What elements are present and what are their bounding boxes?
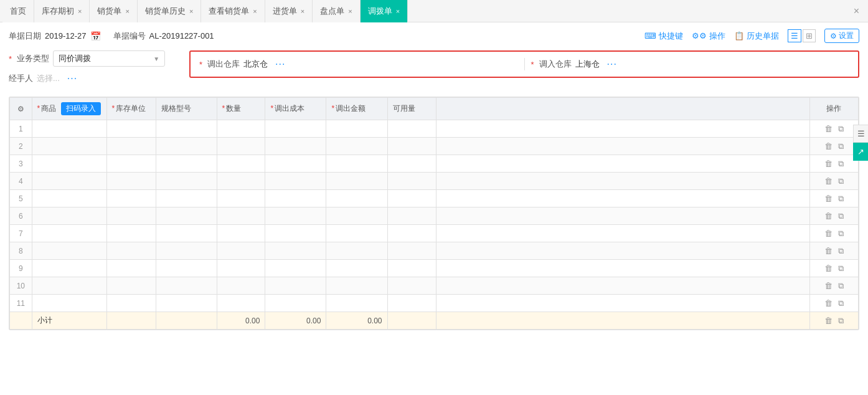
close-tab-transfer[interactable]: × xyxy=(396,7,400,15)
delete-row-btn[interactable]: 🗑 xyxy=(824,194,833,203)
cost-cell[interactable] xyxy=(265,207,326,225)
amount-cell[interactable] xyxy=(326,242,387,260)
close-tab-view-sales[interactable]: × xyxy=(253,7,257,15)
business-type-select[interactable]: 同价调拨 ▼ xyxy=(53,50,165,67)
delete-row-btn[interactable]: 🗑 xyxy=(824,141,833,151)
product-cell[interactable] xyxy=(32,173,106,190)
spec-cell[interactable] xyxy=(156,260,217,277)
spec-cell[interactable] xyxy=(156,138,217,155)
cost-cell[interactable] xyxy=(265,260,326,277)
qty-cell[interactable] xyxy=(217,295,265,312)
cost-cell[interactable] xyxy=(265,190,326,207)
spec-cell[interactable] xyxy=(156,155,217,173)
delete-row-btn[interactable]: 🗑 xyxy=(824,298,833,308)
available-cell[interactable] xyxy=(387,260,436,277)
available-cell[interactable] xyxy=(387,277,436,295)
amount-cell[interactable] xyxy=(326,260,387,277)
amount-cell[interactable] xyxy=(326,225,387,242)
delete-row-btn[interactable]: 🗑 xyxy=(824,159,833,168)
scan-barcode-btn[interactable]: 扫码录入 xyxy=(61,102,101,115)
operations-btn[interactable]: ⚙⚙ 操作 xyxy=(692,31,725,42)
delete-row-btn[interactable]: 🗑 xyxy=(824,264,833,273)
spec-cell[interactable] xyxy=(156,120,217,138)
spec-cell[interactable] xyxy=(156,207,217,225)
cost-cell[interactable] xyxy=(265,295,326,312)
unit-cell[interactable] xyxy=(106,277,156,295)
delete-row-btn[interactable]: 🗑 xyxy=(824,281,833,290)
amount-cell[interactable] xyxy=(326,155,387,173)
product-cell[interactable] xyxy=(32,295,106,312)
available-cell[interactable] xyxy=(387,242,436,260)
copy-row-btn[interactable]: ⧉ xyxy=(838,194,844,204)
delete-row-btn[interactable]: 🗑 xyxy=(824,246,833,255)
tab-transfer[interactable]: 调拨单 × xyxy=(361,0,408,22)
tab-purchase-order[interactable]: 进货单 × xyxy=(265,0,313,22)
history-btn[interactable]: 📋 历史单据 xyxy=(734,31,779,42)
unit-cell[interactable] xyxy=(106,295,156,312)
tab-inventory-check[interactable]: 盘点单 × xyxy=(313,0,360,22)
tab-sales-history[interactable]: 销货单历史 × xyxy=(138,0,201,22)
unit-cell[interactable] xyxy=(106,260,156,277)
available-cell[interactable] xyxy=(387,155,436,173)
spec-cell[interactable] xyxy=(156,225,217,242)
available-cell[interactable] xyxy=(387,138,436,155)
unit-cell[interactable] xyxy=(106,120,156,138)
amount-cell[interactable] xyxy=(326,207,387,225)
available-cell[interactable] xyxy=(387,207,436,225)
spec-cell[interactable] xyxy=(156,277,217,295)
available-cell[interactable] xyxy=(387,173,436,190)
close-tab-sales-history[interactable]: × xyxy=(189,7,193,15)
view-list-btn[interactable]: ☰ xyxy=(788,29,801,42)
cost-cell[interactable] xyxy=(265,242,326,260)
out-warehouse-more-btn[interactable]: ··· xyxy=(275,59,285,70)
product-cell[interactable] xyxy=(32,225,106,242)
copy-row-btn[interactable]: ⧉ xyxy=(838,264,844,274)
cost-cell[interactable] xyxy=(265,155,326,173)
unit-cell[interactable] xyxy=(106,155,156,173)
subtotal-delete-btn[interactable]: 🗑 xyxy=(824,316,833,325)
unit-cell[interactable] xyxy=(106,190,156,207)
copy-row-btn[interactable]: ⧉ xyxy=(838,211,844,221)
available-cell[interactable] xyxy=(387,225,436,242)
cost-cell[interactable] xyxy=(265,277,326,295)
float-list-btn[interactable]: ☰ xyxy=(853,125,868,143)
close-tab-purchase-order[interactable]: × xyxy=(301,7,304,15)
available-cell[interactable] xyxy=(387,295,436,312)
copy-row-btn[interactable]: ⧉ xyxy=(838,176,844,186)
qty-cell[interactable] xyxy=(217,138,265,155)
close-all-tabs[interactable]: × xyxy=(847,6,866,17)
spec-cell[interactable] xyxy=(156,295,217,312)
close-tab-sales-order[interactable]: × xyxy=(125,7,129,15)
available-cell[interactable] xyxy=(387,190,436,207)
product-cell[interactable] xyxy=(32,120,106,138)
spec-cell[interactable] xyxy=(156,242,217,260)
amount-cell[interactable] xyxy=(326,138,387,155)
qty-cell[interactable] xyxy=(217,173,265,190)
cost-cell[interactable] xyxy=(265,173,326,190)
tab-sales-order[interactable]: 销货单 × xyxy=(90,0,137,22)
cost-cell[interactable] xyxy=(265,138,326,155)
amount-cell[interactable] xyxy=(326,190,387,207)
amount-cell[interactable] xyxy=(326,173,387,190)
available-cell[interactable] xyxy=(387,120,436,138)
product-cell[interactable] xyxy=(32,277,106,295)
amount-cell[interactable] xyxy=(326,295,387,312)
tab-home[interactable]: 首页 xyxy=(2,0,34,22)
unit-cell[interactable] xyxy=(106,225,156,242)
qty-cell[interactable] xyxy=(217,260,265,277)
unit-cell[interactable] xyxy=(106,207,156,225)
view-grid-btn[interactable]: ⊞ xyxy=(803,29,816,42)
qty-cell[interactable] xyxy=(217,225,265,242)
qty-cell[interactable] xyxy=(217,155,265,173)
unit-cell[interactable] xyxy=(106,173,156,190)
amount-cell[interactable] xyxy=(326,277,387,295)
qty-cell[interactable] xyxy=(217,207,265,225)
cost-cell[interactable] xyxy=(265,120,326,138)
calendar-icon[interactable]: 📅 xyxy=(90,31,101,41)
float-export-btn[interactable]: ↗ xyxy=(853,143,868,161)
delete-row-btn[interactable]: 🗑 xyxy=(824,124,833,133)
unit-cell[interactable] xyxy=(106,138,156,155)
unit-cell[interactable] xyxy=(106,242,156,260)
column-settings[interactable]: ⚙ xyxy=(10,98,32,120)
spec-cell[interactable] xyxy=(156,190,217,207)
